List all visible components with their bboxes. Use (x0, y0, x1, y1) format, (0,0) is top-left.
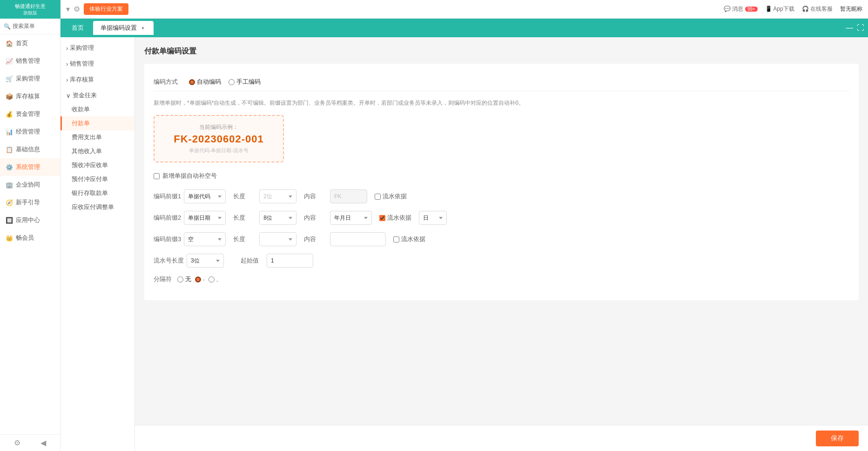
sidebar-item-basic[interactable]: 📋 基础信息 (0, 141, 60, 158)
hint-text: 新增单据时，*单据编码*自动生成，不可编辑。前缀设置为部门、业务员等档案类。开单… (154, 99, 849, 108)
serial2-checkbox[interactable] (379, 215, 385, 221)
sub-item-advance-pay[interactable]: 预付冲应付单 (61, 172, 135, 186)
length3-arrow (289, 238, 292, 241)
auto-fill-checkbox[interactable] (154, 173, 160, 179)
period2-arrow (439, 217, 443, 219)
sub-group-sales[interactable]: › 销售管理 (61, 57, 135, 71)
trial-button[interactable]: 体验行业方案 (84, 3, 128, 15)
content3-input[interactable] (330, 232, 386, 246)
message-icon[interactable]: 💬 消息 99+ (724, 5, 758, 13)
sub-group-purchase[interactable]: › 采购管理 (61, 41, 135, 55)
form-card: 编码方式 自动编码 手工编码 (144, 64, 859, 300)
sub-item-receipt[interactable]: 收款单 (61, 102, 135, 116)
serial-length-arrow (216, 260, 220, 262)
tab-maximize-icon[interactable]: ⛶ (857, 24, 864, 32)
guide-icon: 🧭 (6, 199, 13, 206)
sub-item-payment[interactable]: 付款单 (61, 116, 135, 130)
radio-auto[interactable]: 自动编码 (189, 78, 221, 86)
prefix1-select[interactable]: 单据代码 (184, 189, 226, 203)
enterprise-icon: 🏢 (6, 182, 13, 188)
tab-minimize-icon[interactable]: — (846, 24, 853, 32)
radio-manual[interactable]: 手工编码 (229, 78, 261, 86)
sub-item-adjustment[interactable]: 应收应付调整单 (61, 200, 135, 214)
encoding-method-row: 编码方式 自动编码 手工编码 (154, 73, 849, 91)
sidebar-item-sales[interactable]: 📈 销售管理 (0, 52, 60, 70)
tab-home[interactable]: 首页 (64, 21, 91, 35)
sub-item-other-income[interactable]: 其他收入单 (61, 144, 135, 158)
serial3-checkbox[interactable] (393, 236, 399, 242)
form-row-1: 编码前缀1 单据代码 长度 2位 (154, 189, 849, 203)
prefix3-select[interactable]: 空 (184, 232, 226, 246)
prefix3-arrow (218, 238, 222, 241)
sidebar-item-enterprise[interactable]: 🏢 企业协同 (0, 176, 60, 194)
sidebar-item-finance[interactable]: 💰 资金管理 (0, 105, 60, 123)
message-label: 消息 (732, 6, 743, 12)
content3-label: 内容 (304, 235, 327, 243)
chevron-down-icon: ∨ (66, 92, 71, 99)
separator-row: 分隔符 无 · (154, 275, 849, 283)
content2-label: 内容 (304, 214, 327, 222)
page-title: 付款单编码设置 (144, 47, 859, 56)
sub-group-inventory[interactable]: › 库存核算 (61, 73, 135, 87)
serial3-field: 流水依据 (393, 235, 425, 243)
sub-group-finance[interactable]: ∨ 资金往来 (61, 88, 135, 102)
sep-none[interactable]: 无 (177, 275, 191, 283)
sep-dash[interactable]: · (195, 276, 205, 283)
tab-close-icon[interactable]: × (140, 25, 146, 31)
length2-arrow (289, 217, 292, 219)
online-service[interactable]: 🎧 在线客服 (802, 5, 833, 13)
code-preview: 当前编码示例： FK-20230602-001 单据代码-单据日期-流水号 (154, 115, 284, 162)
settings-bottom-icon[interactable]: ⚙ (14, 438, 20, 447)
operations-icon: 📊 (6, 128, 13, 135)
length1-label: 长度 (233, 192, 256, 201)
sidebar-item-system[interactable]: ⚙️ 系统管理 (0, 158, 60, 176)
content2-select[interactable]: 年月日 (330, 211, 372, 225)
prefix2-arrow (218, 217, 222, 219)
tab-encoding[interactable]: 单据编码设置 × (93, 21, 154, 35)
chevron-right-icon: › (66, 45, 68, 52)
sub-item-bank[interactable]: 银行存取款单 (61, 186, 135, 200)
apps-icon: 🔲 (6, 217, 13, 224)
sidebar-item-operations[interactable]: 📊 经营管理 (0, 123, 60, 141)
form-row-3: 编码前缀3 空 长度 (154, 232, 849, 246)
sidebar-item-home[interactable]: 🏠 首页 (0, 34, 60, 52)
sidebar-item-member[interactable]: 👑 畅会员 (0, 229, 60, 247)
period2-select[interactable]: 日 (419, 211, 447, 225)
sub-item-expense[interactable]: 费用支出单 (61, 130, 135, 144)
content1-input (330, 189, 367, 203)
content1-label: 内容 (304, 192, 327, 201)
bottom-bar: 保存 (135, 425, 868, 451)
length1-select[interactable]: 2位 (259, 189, 296, 203)
prefix1-label: 编码前缀1 (154, 192, 181, 201)
system-icon: ⚙️ (6, 164, 13, 171)
sidebar-item-guide[interactable]: 🧭 新手引导 (0, 194, 60, 211)
serial1-checkbox[interactable] (375, 194, 381, 200)
settings-icon[interactable]: ⚙ (74, 5, 80, 13)
sidebar: 🔍 搜索菜单 🏠 首页 📈 销售管理 🛒 采购管理 📦 库存核算 💰 资金管理 … (0, 19, 61, 451)
separator-label: 分隔符 (154, 275, 172, 283)
basic-icon: 📋 (6, 146, 13, 153)
sub-item-advance-recv[interactable]: 预收冲应收单 (61, 158, 135, 172)
length3-select[interactable] (259, 232, 296, 246)
collapse-icon[interactable]: ◀ (40, 438, 46, 447)
logo: 畅捷通好生意 旗舰版 (0, 0, 61, 19)
purchase-icon: 🛒 (6, 75, 13, 82)
app-download[interactable]: 📱 App下载 (765, 5, 794, 13)
serial1-field: 流水依据 (375, 192, 407, 201)
nav-dropdown-arrow[interactable]: ▾ (66, 5, 70, 13)
user-name[interactable]: 暂无昵称 (840, 5, 862, 13)
length2-select[interactable]: 8位 (259, 211, 296, 225)
length1-arrow (289, 195, 292, 198)
sidebar-bottom: ⚙ ◀ (0, 434, 60, 451)
serial-length-select[interactable]: 3位 (187, 254, 224, 268)
sidebar-search[interactable]: 🔍 搜索菜单 (0, 19, 60, 34)
form-row-2: 编码前缀2 单据日期 长度 8位 (154, 211, 849, 225)
sidebar-item-inventory[interactable]: 📦 库存核算 (0, 88, 60, 105)
start-value-label: 起始值 (241, 256, 264, 265)
start-value-input[interactable] (267, 254, 313, 268)
sidebar-item-apps[interactable]: 🔲 应用中心 (0, 211, 60, 229)
sep-dot[interactable]: . (209, 276, 218, 283)
sidebar-item-purchase[interactable]: 🛒 采购管理 (0, 70, 60, 88)
save-button[interactable]: 保存 (816, 431, 859, 446)
prefix2-select[interactable]: 单据日期 (184, 211, 226, 225)
